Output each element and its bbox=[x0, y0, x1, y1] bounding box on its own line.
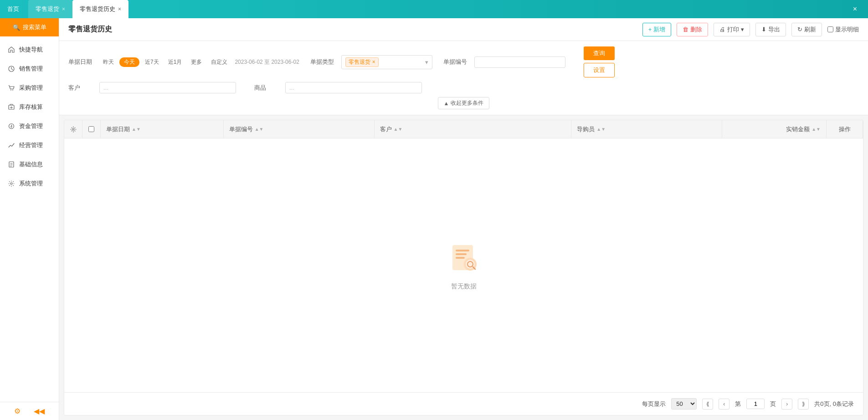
audio-bottom-icon[interactable]: ◀◀ bbox=[34, 407, 45, 415]
svg-point-1 bbox=[10, 90, 11, 91]
guide-sort-icon: ▲▼ bbox=[596, 127, 606, 132]
page-title: 零售退货历史 bbox=[68, 25, 112, 34]
th-guide[interactable]: 导购员 ▲▼ bbox=[571, 120, 722, 138]
goods-select[interactable]: ... bbox=[285, 82, 422, 93]
date-opt-7days[interactable]: 近7天 bbox=[141, 57, 163, 67]
sidebar-item-sales-mgmt[interactable]: 销售管理 bbox=[0, 59, 59, 78]
sidebar-item-operations[interactable]: 经营管理 bbox=[0, 136, 59, 155]
print-button[interactable]: 🖨 打印 ▾ bbox=[714, 23, 750, 36]
sidebar-bottom: ⚙ ◀◀ bbox=[0, 402, 59, 420]
query-setting-group: 查询 设置 bbox=[584, 46, 615, 77]
select-all-checkbox[interactable] bbox=[88, 126, 94, 132]
collapse-up-icon: ▲ bbox=[444, 100, 449, 107]
delete-icon: 🗑 bbox=[683, 26, 688, 33]
goods-placeholder: ... bbox=[289, 84, 294, 91]
sidebar-item-purchase-mgmt[interactable]: 采购管理 bbox=[0, 78, 59, 97]
show-detail-checkbox[interactable]: 显示明细 bbox=[827, 26, 859, 34]
tab-retail-return-close[interactable]: × bbox=[62, 6, 65, 12]
sidebar-item-operations-label: 经营管理 bbox=[19, 141, 43, 149]
content-area: 零售退货历史 + 新增 🗑 删除 🖨 打印 ▾ ⬇ 导出 ↻ bbox=[59, 18, 868, 420]
svg-point-4 bbox=[9, 124, 14, 129]
tab-home-label: 首页 bbox=[7, 5, 19, 13]
th-amount[interactable]: 实销金额 ▲▼ bbox=[722, 120, 827, 138]
customer-label: 客户 bbox=[68, 84, 96, 92]
goods-label: 商品 bbox=[254, 84, 282, 92]
filter-doc-type: 单据类型 零售退货 × ▾ bbox=[310, 55, 432, 69]
th-customer[interactable]: 客户 ▲▼ bbox=[375, 120, 572, 138]
prev-page-button[interactable]: ‹ bbox=[719, 399, 729, 410]
page-size-select[interactable]: 20 50 100 bbox=[671, 398, 697, 410]
date-opt-yesterday[interactable]: 昨天 bbox=[99, 57, 118, 67]
last-page-button[interactable]: ⟫ bbox=[798, 399, 809, 410]
refresh-icon: ↻ bbox=[797, 26, 802, 33]
date-opt-today[interactable]: 今天 bbox=[119, 57, 139, 67]
refresh-button[interactable]: ↻ 刷新 bbox=[791, 23, 822, 36]
pagination: 每页显示 20 50 100 ⟪ ‹ 第 页 › ⟫ 共0页, 0条记录 bbox=[64, 392, 863, 415]
doc-date-label: 单据日期 bbox=[68, 58, 96, 66]
svg-point-6 bbox=[10, 183, 12, 184]
tab-home[interactable]: 首页 bbox=[0, 0, 26, 18]
print-icon: 🖨 bbox=[719, 26, 725, 33]
svg-point-7 bbox=[72, 128, 74, 130]
th-settings[interactable] bbox=[64, 120, 82, 138]
doc-type-select[interactable]: 零售退货 × ▾ bbox=[341, 55, 432, 69]
doc-type-tag-close[interactable]: × bbox=[372, 59, 375, 65]
th-doc-date-label: 单据日期 bbox=[106, 125, 130, 133]
customer-placeholder: ... bbox=[103, 84, 108, 91]
date-opt-1month[interactable]: 近1月 bbox=[164, 57, 186, 67]
tab-retail-return-history[interactable]: 零售退货历史 × bbox=[72, 0, 128, 18]
table-area: 单据日期 ▲▼ 单据编号 ▲▼ 客户 ▲▼ 导购员 ▲▼ 实销金额 ▲▼ bbox=[64, 120, 863, 415]
sidebar-item-inventory[interactable]: 库存核算 bbox=[0, 97, 59, 117]
customer-select[interactable]: ... bbox=[99, 82, 236, 93]
sidebar-item-finance-label: 资金管理 bbox=[19, 122, 43, 130]
tab-retail-return[interactable]: 零售退货 × bbox=[28, 0, 72, 18]
settings-bottom-icon[interactable]: ⚙ bbox=[14, 407, 21, 415]
first-page-button[interactable]: ⟪ bbox=[702, 399, 713, 410]
next-page-button[interactable]: › bbox=[781, 399, 792, 410]
sidebar-item-quick-nav[interactable]: 快捷导航 bbox=[0, 40, 59, 59]
table-header: 单据日期 ▲▼ 单据编号 ▲▼ 客户 ▲▼ 导购员 ▲▼ 实销金额 ▲▼ bbox=[64, 120, 863, 138]
show-detail-input[interactable] bbox=[827, 26, 833, 32]
filter-setting-button[interactable]: 设置 bbox=[584, 63, 615, 77]
sidebar-item-system-label: 系统管理 bbox=[19, 179, 43, 188]
page-input[interactable] bbox=[746, 399, 765, 409]
tab-bar: 首页 零售退货 × 零售退货历史 × bbox=[0, 0, 849, 18]
chart-icon bbox=[7, 65, 15, 73]
export-button[interactable]: ⬇ 导出 bbox=[755, 23, 786, 36]
tab-retail-return-history-close[interactable]: × bbox=[118, 6, 121, 12]
sidebar-item-inventory-label: 库存核算 bbox=[19, 103, 43, 111]
th-doc-date[interactable]: 单据日期 ▲▼ bbox=[101, 120, 224, 138]
doc-type-label: 单据类型 bbox=[310, 58, 338, 66]
window-close-button[interactable]: × bbox=[849, 3, 861, 15]
filter-goods: 商品 ... bbox=[254, 82, 422, 93]
svg-rect-11 bbox=[456, 257, 465, 259]
date-opt-more[interactable]: 更多 bbox=[187, 57, 205, 67]
th-checkbox[interactable] bbox=[82, 120, 101, 138]
th-doc-no[interactable]: 单据编号 ▲▼ bbox=[224, 120, 375, 138]
sidebar-item-sales-label: 销售管理 bbox=[19, 65, 43, 73]
delete-button[interactable]: 🗑 删除 bbox=[677, 23, 708, 36]
filter-row-1: 单据日期 昨天 今天 近7天 近1月 更多 自定义 2023-06-02 至 2… bbox=[68, 46, 859, 77]
empty-state: 暂无数据 bbox=[446, 241, 482, 291]
date-opt-custom[interactable]: 自定义 bbox=[207, 57, 231, 67]
page-size-label: 每页显示 bbox=[642, 400, 666, 408]
home-icon bbox=[7, 46, 15, 54]
sidebar-item-system[interactable]: 系统管理 bbox=[0, 174, 59, 193]
th-ops-label: 操作 bbox=[839, 125, 851, 133]
empty-text: 暂无数据 bbox=[451, 282, 477, 291]
operations-icon bbox=[7, 141, 15, 149]
sidebar-search[interactable]: 🔍 搜索菜单 bbox=[0, 18, 59, 36]
query-button[interactable]: 查询 bbox=[584, 46, 615, 60]
sidebar-item-finance[interactable]: 资金管理 bbox=[0, 117, 59, 136]
collapse-button[interactable]: ▲ 收起更多条件 bbox=[438, 97, 490, 109]
date-range-display: 2023-06-02 至 2023-06-02 bbox=[235, 58, 299, 66]
sidebar-item-basic-info[interactable]: 基础信息 bbox=[0, 155, 59, 174]
header-actions: + 新增 🗑 删除 🖨 打印 ▾ ⬇ 导出 ↻ 刷新 bbox=[642, 23, 859, 36]
new-button[interactable]: + 新增 bbox=[642, 23, 671, 36]
doc-no-input[interactable] bbox=[474, 56, 565, 68]
purchase-icon bbox=[7, 84, 15, 92]
basic-info-icon bbox=[7, 160, 15, 169]
print-chevron-icon: ▾ bbox=[741, 26, 744, 33]
th-customer-label: 客户 bbox=[380, 125, 392, 133]
filter-row-2: 客户 ... 商品 ... bbox=[68, 82, 859, 93]
